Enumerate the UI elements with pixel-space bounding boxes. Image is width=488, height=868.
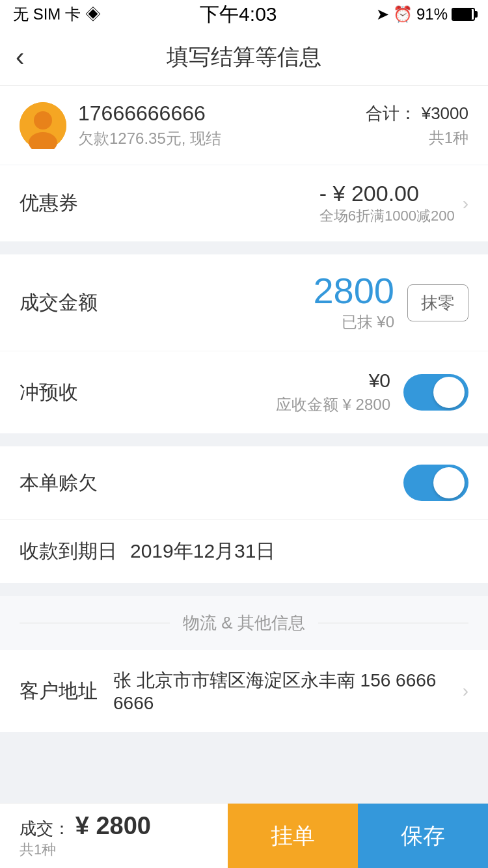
footer: 成交： ¥ 2800 共1种 挂单 保存 [0, 803, 488, 868]
prepay-value: ¥0 [276, 370, 390, 392]
erase-button[interactable]: 抹零 [407, 284, 468, 321]
customer-left: 17666666666 欠款1276.35元, 现结 [20, 102, 221, 149]
prepay-row: 冲预收 ¥0 应收金额 ¥ 2800 [0, 351, 488, 433]
coupon-detail: 全场6折满1000减200 [319, 206, 455, 226]
toggle-thumb [433, 377, 465, 408]
coupon-info: - ¥ 200.00 全场6折满1000减200 [319, 181, 455, 226]
address-value: 张 北京市市辖区海淀区永丰南 156 6666 6666 [113, 668, 463, 714]
battery-icon [452, 8, 475, 21]
amount-value: 2800 [313, 273, 394, 309]
date-label: 收款到期日 [20, 538, 117, 565]
section-divider-1 [0, 241, 488, 254]
date-row: 收款到期日 2019年12月31日 [0, 519, 488, 583]
status-bar: 无 SIM 卡 ◈ 下午4:03 ➤ ⏰ 91% [0, 0, 488, 29]
form-section: 成交金额 2800 已抹 ¥0 抹零 冲预收 ¥0 应收金额 ¥ 2800 [0, 254, 488, 433]
amount-erased: 已抹 ¥0 [313, 312, 394, 332]
pending-button[interactable]: 挂单 [228, 804, 358, 868]
debt-section: 本单赊欠 收款到期日 2019年12月31日 [0, 446, 488, 583]
location-icon: ➤ [376, 5, 389, 23]
header: ‹ 填写结算等信息 [0, 29, 488, 86]
total-count: 共1种 [366, 128, 468, 148]
logistics-label: 物流 & 其他信息 [183, 612, 305, 634]
customer-debt: 欠款1276.35元, 现结 [78, 128, 221, 149]
divider-line-left [20, 623, 170, 623]
logistics-divider: 物流 & 其他信息 [0, 596, 488, 650]
total-row: 合计： ¥3000 [366, 102, 468, 125]
status-right: ➤ ⏰ 91% [376, 5, 475, 23]
customer-phone: 17666666666 [78, 102, 221, 126]
amount-value-wrap: 2800 已抹 ¥0 [313, 273, 394, 332]
avatar-svg [20, 102, 66, 149]
divider-line-right [318, 623, 468, 623]
debt-label: 本单赊欠 [20, 470, 98, 496]
svg-point-1 [34, 111, 52, 129]
alarm-icon: ⏰ [393, 5, 413, 23]
customer-info: 17666666666 欠款1276.35元, 现结 [78, 102, 221, 149]
address-row[interactable]: 客户地址 张 北京市市辖区海淀区永丰南 156 6666 6666 › [0, 650, 488, 732]
amount-row: 成交金额 2800 已抹 ¥0 抹零 [0, 254, 488, 351]
date-value: 2019年12月31日 [130, 538, 275, 565]
amount-label: 成交金额 [20, 290, 98, 316]
customer-total: 合计： ¥3000 共1种 [366, 102, 468, 148]
prepay-value-wrap: ¥0 应收金额 ¥ 2800 [276, 370, 390, 415]
coupon-row[interactable]: 优惠券 - ¥ 200.00 全场6折满1000减200 › [0, 165, 488, 241]
total-value: ¥3000 [422, 103, 468, 123]
status-time: 下午4:03 [200, 1, 277, 28]
coupon-discount: - ¥ 200.00 [319, 181, 455, 206]
section-divider-2 [0, 433, 488, 446]
status-left: 无 SIM 卡 ◈ [13, 4, 101, 25]
debt-row: 本单赊欠 [0, 446, 488, 519]
address-chevron-icon: › [463, 681, 468, 701]
coupon-right: - ¥ 200.00 全场6折满1000减200 › [319, 181, 468, 226]
footer-deal-row: 成交： ¥ 2800 [20, 812, 208, 840]
address-label: 客户地址 [20, 678, 98, 705]
prepay-right: ¥0 应收金额 ¥ 2800 [276, 370, 468, 415]
prepay-toggle[interactable] [403, 374, 468, 411]
battery-text: 91% [416, 5, 448, 23]
chevron-right-icon: › [463, 193, 468, 214]
section-divider-3 [0, 583, 488, 596]
coupon-label: 优惠券 [20, 190, 78, 217]
amount-right: 2800 已抹 ¥0 抹零 [313, 273, 468, 332]
prepay-label: 冲预收 [20, 379, 78, 406]
footer-deal-amount: ¥ 2800 [75, 812, 151, 839]
footer-info: 成交： ¥ 2800 共1种 [0, 804, 228, 868]
save-button[interactable]: 保存 [358, 804, 488, 868]
avatar [20, 102, 66, 149]
no-sim-text: 无 SIM 卡 ◈ [13, 4, 101, 25]
back-button[interactable]: ‹ [16, 42, 24, 72]
debt-toggle-thumb [433, 467, 465, 498]
total-label: 合计： [366, 103, 416, 123]
footer-deal-label: 成交： [20, 819, 70, 838]
customer-card: 17666666666 欠款1276.35元, 现结 合计： ¥3000 共1种 [0, 86, 488, 165]
debt-toggle[interactable] [403, 465, 468, 501]
footer-deal-count: 共1种 [20, 840, 208, 860]
page-title: 填写结算等信息 [167, 42, 321, 72]
prepay-receivable: 应收金额 ¥ 2800 [276, 394, 390, 415]
